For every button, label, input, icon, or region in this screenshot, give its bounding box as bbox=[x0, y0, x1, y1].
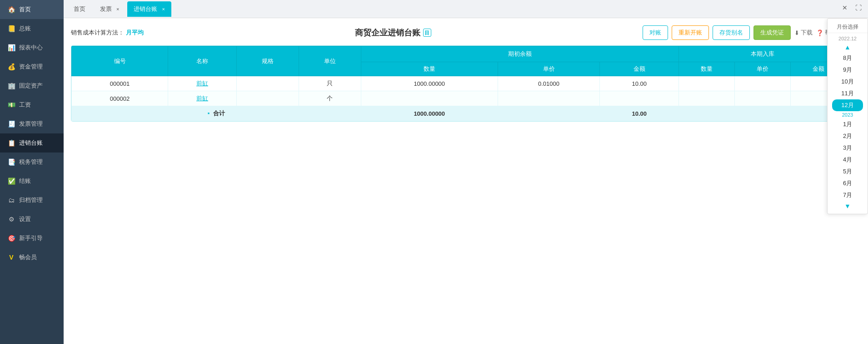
tab-home-label: 首页 bbox=[74, 5, 85, 13]
download-button[interactable]: ⬇ 下载 bbox=[794, 29, 813, 37]
sidebar-item-payroll[interactable]: 💵 工资 bbox=[0, 95, 64, 114]
settlement-icon: ✅ bbox=[7, 177, 15, 185]
month-item-7[interactable]: 7月 bbox=[828, 189, 868, 201]
scroll-down-button[interactable]: ▼ bbox=[828, 201, 868, 211]
year-2023-label: 2023 bbox=[828, 111, 868, 118]
sidebar-item-tax-management[interactable]: 📑 税务管理 bbox=[0, 152, 64, 172]
vip-icon: V bbox=[7, 254, 15, 261]
sub-header-ob-amount: 金额 bbox=[600, 62, 679, 76]
sidebar-item-label: 新手引导 bbox=[19, 234, 43, 242]
cell-ob-amount bbox=[600, 91, 679, 106]
sidebar-item-guide[interactable]: 🎯 新手引导 bbox=[0, 229, 64, 248]
sidebar-item-label: 税务管理 bbox=[19, 158, 43, 166]
sidebar: 🏠 首页 📒 总账 📊 报表中心 💰 资金管理 🏢 固定资产 💵 工资 🧾 发票… bbox=[0, 0, 64, 344]
reopen-button[interactable]: 重新开账 bbox=[672, 25, 709, 40]
sidebar-item-label: 进销台账 bbox=[19, 139, 43, 147]
tab-invoice-close[interactable]: × bbox=[116, 6, 119, 12]
sidebar-item-inventory[interactable]: 📋 进销台账 bbox=[0, 133, 64, 152]
main-area: ✕ ⛶ 首页 发票 × 进销台账 × 销售成本计算方法： 月平均 商贸企业进销台… bbox=[64, 0, 868, 344]
total-in-price bbox=[735, 106, 791, 121]
month-item-10[interactable]: 10月 bbox=[828, 76, 868, 88]
month-item-9[interactable]: 9月 bbox=[828, 64, 868, 76]
month-item-11[interactable]: 11月 bbox=[828, 88, 868, 99]
sidebar-item-general-ledger[interactable]: 📒 总账 bbox=[0, 19, 64, 38]
table-row[interactable]: 000001 前缸 只 1000.00000 0.01000 10.00 bbox=[72, 76, 860, 91]
table-total-row: ▪ 合计 1000.00000 10.00 bbox=[72, 106, 860, 121]
generate-voucher-button[interactable]: 生成凭证 bbox=[753, 25, 791, 40]
sidebar-item-label: 畅会员 bbox=[19, 253, 37, 261]
sidebar-item-home[interactable]: 🏠 首页 bbox=[0, 0, 64, 19]
sidebar-item-label: 工资 bbox=[19, 101, 31, 109]
sidebar-item-settlement[interactable]: ✅ 结账 bbox=[0, 172, 64, 191]
info-icon[interactable]: 目 bbox=[423, 29, 431, 37]
cell-in-price bbox=[735, 76, 791, 91]
month-panel-title: 月份选择 bbox=[828, 21, 868, 33]
help-icon: ❓ bbox=[816, 29, 823, 36]
sidebar-item-archive[interactable]: 🗂 归档管理 bbox=[0, 191, 64, 210]
cell-ob-qty bbox=[361, 91, 498, 106]
page-title-text: 商贸企业进销台账 bbox=[355, 27, 420, 38]
tab-inventory-close[interactable]: × bbox=[162, 6, 165, 12]
content-area: 销售成本计算方法： 月平均 商贸企业进销台账 目 对账 重新开账 存货别名 生成… bbox=[64, 18, 868, 344]
cell-in-qty bbox=[679, 76, 735, 91]
save-alias-button[interactable]: 存货别名 bbox=[713, 25, 750, 40]
tab-home[interactable]: 首页 bbox=[67, 1, 92, 17]
fund-icon: 💰 bbox=[7, 63, 15, 70]
home-icon: 🏠 bbox=[7, 6, 15, 13]
sidebar-item-settings[interactable]: ⚙ 设置 bbox=[0, 210, 64, 229]
month-item-6[interactable]: 6月 bbox=[828, 177, 868, 189]
cost-method-value: 月平均 bbox=[126, 29, 144, 36]
month-item-5[interactable]: 5月 bbox=[828, 166, 868, 177]
month-item-4[interactable]: 4月 bbox=[828, 154, 868, 166]
sidebar-item-label: 发票管理 bbox=[19, 120, 43, 128]
sidebar-item-fund-management[interactable]: 💰 资金管理 bbox=[0, 57, 64, 76]
close-window-button[interactable]: ✕ bbox=[840, 3, 850, 13]
sidebar-item-vip[interactable]: V 畅会员 bbox=[0, 248, 64, 267]
tab-bar: 首页 发票 × 进销台账 × bbox=[64, 0, 868, 18]
reconcile-button[interactable]: 对账 bbox=[643, 25, 668, 40]
sidebar-item-fixed-assets[interactable]: 🏢 固定资产 bbox=[0, 76, 64, 95]
total-ob-amount: 10.00 bbox=[600, 106, 679, 121]
cell-code: 000001 bbox=[72, 76, 168, 91]
tab-invoice-label: 发票 bbox=[100, 5, 112, 13]
col-header-name: 名称 bbox=[168, 46, 237, 76]
tab-inventory[interactable]: 进销台账 × bbox=[127, 1, 171, 17]
cost-method-label: 销售成本计算方法： bbox=[71, 29, 124, 36]
month-item-2[interactable]: 2月 bbox=[828, 130, 868, 142]
cell-ob-price: 0.01000 bbox=[498, 76, 600, 91]
archive-icon: 🗂 bbox=[7, 197, 15, 204]
month-item-3[interactable]: 3月 bbox=[828, 142, 868, 154]
table-row[interactable]: 000002 前缸 个 bbox=[72, 91, 860, 106]
page-header-row: 销售成本计算方法： 月平均 商贸企业进销台账 目 对账 重新开账 存货别名 生成… bbox=[71, 25, 861, 40]
cell-ob-amount: 10.00 bbox=[600, 76, 679, 91]
month-item-12[interactable]: 12月 bbox=[832, 99, 863, 111]
sidebar-item-report-center[interactable]: 📊 报表中心 bbox=[0, 38, 64, 57]
page-title: 商贸企业进销台账 目 bbox=[355, 27, 431, 38]
scroll-up-button[interactable]: ▲ bbox=[828, 42, 868, 52]
sub-header-in-qty: 数量 bbox=[679, 62, 735, 76]
assets-icon: 🏢 bbox=[7, 82, 15, 89]
sub-header-ob-price: 单价 bbox=[498, 62, 600, 76]
inventory-table: 编号 名称 规格 单位 期初余额 本期入库 数 数量 单价 金额 数量 单价 bbox=[71, 46, 860, 121]
sidebar-item-invoice-management[interactable]: 🧾 发票管理 bbox=[0, 114, 64, 133]
payroll-icon: 💵 bbox=[7, 101, 15, 108]
tab-invoice[interactable]: 发票 × bbox=[94, 1, 125, 17]
inventory-table-wrapper: 编号 名称 规格 单位 期初余额 本期入库 数 数量 单价 金额 数量 单价 bbox=[71, 45, 861, 122]
total-label: ▪ 合计 bbox=[72, 106, 361, 121]
report-icon: 📊 bbox=[7, 44, 15, 51]
sub-header-in-price: 单价 bbox=[735, 62, 791, 76]
tab-inventory-label: 进销台账 bbox=[134, 5, 157, 13]
month-item-1[interactable]: 1月 bbox=[828, 118, 868, 130]
cost-method: 销售成本计算方法： 月平均 bbox=[71, 29, 144, 37]
sidebar-item-label: 资金管理 bbox=[19, 63, 43, 71]
col-header-code: 编号 bbox=[72, 46, 168, 76]
cell-spec bbox=[236, 76, 299, 91]
maximize-window-button[interactable]: ⛶ bbox=[853, 3, 863, 13]
month-item-8[interactable]: 8月 bbox=[828, 52, 868, 64]
invoice-icon: 🧾 bbox=[7, 120, 15, 128]
month-panel-title-text: 月份选择 bbox=[837, 24, 858, 30]
cell-name: 前缸 bbox=[168, 91, 237, 106]
sidebar-item-label: 首页 bbox=[19, 5, 31, 14]
guide-icon: 🎯 bbox=[7, 235, 15, 242]
tax-icon: 📑 bbox=[7, 158, 15, 166]
